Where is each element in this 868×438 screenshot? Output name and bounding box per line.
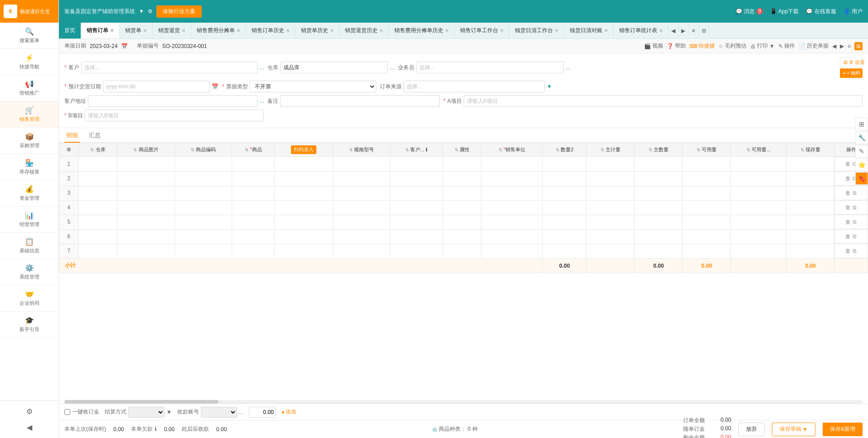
row-2-spec[interactable] [333,171,390,186]
receipt-amount-input[interactable] [249,407,276,418]
row-2-main-qty[interactable] [635,171,683,186]
add-material-btn[interactable]: + + 物料 [840,68,863,78]
sidebar-collapse-btn[interactable]: ◀ [27,420,32,434]
row-5-copy-icon[interactable]: ⧉ [853,219,857,225]
sidebar-item-search[interactable]: 🔍 搜索菜单 [0,23,58,49]
col-settings-header[interactable]: ⚙ [59,143,79,157]
table-tab-summary[interactable]: 汇总 [87,128,102,143]
dropdown-arrow-icon[interactable]: ▼ [139,8,144,14]
print-btn[interactable]: 🖨 打印 ▼ [750,42,775,50]
scan-entry-btn[interactable]: 扫码录入 [291,145,316,154]
receipt-account-select[interactable] [201,407,237,418]
tab-cash-reconcile-close[interactable]: ✕ [604,28,608,33]
row-2-warehouse[interactable] [78,171,117,186]
row-2-attribute[interactable] [442,171,481,186]
order-source-extra-btn[interactable]: ▼ [547,83,552,90]
sidebar-item-purchase[interactable]: 📦 采购管理 [0,128,58,154]
tab-expense-history[interactable]: 销售费用分摊单历史 ✕ [389,23,455,39]
tab-sales-stats[interactable]: 销售订单统计表 ✕ [614,23,669,39]
expand-view-btn[interactable]: ⊞ [854,42,863,50]
row-1-unit[interactable] [481,157,543,172]
tab-sales-order[interactable]: 销售订单 ✕ [81,23,120,39]
tab-sales-history-close[interactable]: ✕ [286,28,290,33]
tab-return-history[interactable]: 销货退货历史 ✕ [339,23,389,39]
tab-return-history-close[interactable]: ✕ [379,28,383,33]
right-panel-btn-3[interactable]: ✎ [855,145,868,158]
tab-prev-btn[interactable]: ◀ [669,23,679,39]
save-new-button[interactable]: 保存&新增 [823,423,863,436]
row-1-main-qty[interactable] [635,157,683,172]
tab-sales-expense[interactable]: 销售费用分摊单 ✕ [191,23,246,39]
history-btn[interactable]: 📄 历史单据 [799,42,829,50]
row-1-warehouse[interactable] [78,157,117,172]
date-picker-icon[interactable]: 📅 [212,83,218,90]
row-1-delete-icon[interactable]: 🗑 [845,161,851,167]
sidebar-item-finance[interactable]: 💰 资金管理 [0,180,58,207]
tab-cash-reconcile[interactable]: 钱货日清对账 ✕ [564,23,614,39]
row-1-spec[interactable] [333,157,390,172]
row-2-unit[interactable] [481,171,543,186]
row-2-product-code[interactable] [175,171,232,186]
sidebar-item-sales[interactable]: 🛒 销售管理 [0,101,58,128]
online-service-btn[interactable]: 💬 在线客服 [806,8,836,15]
row-1-product-code[interactable] [175,157,232,172]
salesperson-extra-btn[interactable]: ... [566,64,570,71]
tab-close-all-btn[interactable]: ✕ [689,23,699,39]
sidebar-item-marketing[interactable]: 📢 营销推广 [0,75,58,101]
receipt-account-extra-btn[interactable]: ... [239,409,243,415]
right-panel-btn-4[interactable]: ⭐ [855,159,868,171]
row-6-delete-icon[interactable]: 🗑 [845,233,851,240]
shortcut-btn[interactable]: ⌨ 快捷键 [689,42,715,50]
warehouse-extra-btn[interactable]: ... [390,64,394,71]
save-draft-dropdown-icon[interactable]: ▼ [802,426,808,433]
customer-extra-btn[interactable]: ... [259,64,264,71]
row-3-delete-icon[interactable]: 🗑 [845,190,851,196]
right-panel-btn-2[interactable]: 🔧 [855,131,868,144]
customer-input[interactable] [81,62,257,73]
row-5-delete-icon[interactable]: 🗑 [845,219,851,225]
profit-btn[interactable]: ☆ 毛利预估 [718,42,747,50]
prev-record-btn[interactable]: ◀ [832,43,836,49]
add-receipt-btn[interactable]: ● 添加 [281,408,296,416]
tab-sales-return-close[interactable]: ✕ [143,28,147,33]
row-7-delete-icon[interactable]: 🗑 [845,248,851,254]
warehouse-input[interactable] [280,62,388,73]
order-source-input[interactable] [403,81,545,92]
sidebar-item-guide[interactable]: 🎓 新手引导 [0,312,58,338]
help-btn[interactable]: ❓ 帮助 [667,42,686,50]
right-panel-btn-5[interactable]: 🔖 [855,172,868,185]
tab-sales-history[interactable]: 销售订单历史 ✕ [246,23,296,39]
row-2-delete-icon[interactable]: 🗑 [845,175,851,182]
row-6-copy-icon[interactable]: ⧉ [853,233,857,240]
sidebar-item-enterprise[interactable]: 🤝 企业协同 [0,285,58,312]
tab-expense-history-close[interactable]: ✕ [445,28,449,33]
address-extra-btn[interactable]: ... [259,98,264,104]
settings-side-btn[interactable]: ⚙ ⚙ 设置 [840,57,863,67]
tab-sales-order-close[interactable]: ✕ [110,28,114,33]
tab-cash-workbench[interactable]: 钱货日清工作台 ✕ [509,23,564,39]
note-input[interactable] [280,95,440,107]
tab-sales-history2-close[interactable]: ✕ [330,28,334,33]
user-avatar[interactable]: 👤 用户 [844,8,863,15]
salesperson-input[interactable] [416,62,564,73]
row-1-qty2[interactable] [543,157,587,172]
tab-sales-history2[interactable]: 销货单历史 ✕ [296,23,339,39]
row-2-customer-code[interactable] [390,171,443,186]
tab-cash-workbench-close[interactable]: ✕ [555,28,558,33]
col-scan-header[interactable]: 扫码录入 [275,143,333,157]
table-tab-detail[interactable]: 明细 [64,128,80,143]
row-2-product[interactable] [232,171,275,186]
settlement-method-select[interactable] [128,407,165,418]
row-1-product[interactable] [232,157,275,172]
sidebar-item-inventory[interactable]: 🏪 库存核算 [0,154,58,180]
tab-sales-stats-close[interactable]: ✕ [659,28,663,33]
settings-header-icon[interactable]: ⚙ [148,8,153,14]
row-2-qty2[interactable] [543,171,587,186]
calendar-icon[interactable]: 📅 [121,43,128,49]
sidebar-item-basic[interactable]: 📋 基础信息 [0,233,58,259]
row-7-copy-icon[interactable]: ⧉ [853,248,857,254]
b-project-input[interactable] [85,110,264,121]
row-4-copy-icon[interactable]: ⧉ [853,204,857,211]
tab-sales-return[interactable]: 销货单 ✕ [120,23,153,39]
invoice-type-select[interactable]: 不开票 [250,81,376,92]
